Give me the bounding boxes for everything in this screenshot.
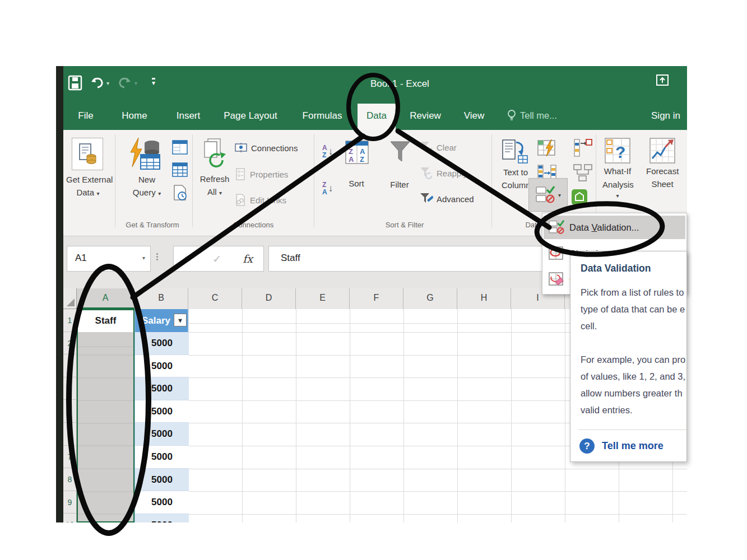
cell-b5[interactable]: 5000 xyxy=(135,400,189,423)
tab-formulas[interactable]: Formulas xyxy=(298,110,347,122)
lightbulb-icon xyxy=(507,109,516,122)
sort-descending-button[interactable]: ZA ↓ xyxy=(322,181,333,196)
cancel-icon[interactable]: × xyxy=(184,252,191,265)
group-label-get-transform: Get & Transform xyxy=(113,221,192,229)
column-header-h[interactable]: H xyxy=(457,288,511,309)
column-header-b[interactable]: B xyxy=(134,288,188,309)
column-header-d[interactable]: D xyxy=(242,288,296,309)
data-validation-button[interactable]: ▾ xyxy=(528,178,568,212)
row-header-6[interactable]: 6 xyxy=(63,423,77,446)
redo-dropdown-caret: ▾ xyxy=(134,80,137,86)
column-header-f[interactable]: F xyxy=(350,288,403,309)
redo-icon xyxy=(117,76,133,90)
group-separator xyxy=(192,134,193,227)
filter-caret-icon: ▾ xyxy=(178,316,182,324)
data-validation-icon xyxy=(535,186,555,204)
group-label-connections: Connections xyxy=(220,221,287,229)
what-if-analysis-button[interactable]: ? What-If Analysis ▾ xyxy=(602,138,634,200)
cell-b6[interactable]: 5000 xyxy=(135,423,189,446)
tab-data-active[interactable]: Data xyxy=(358,104,396,130)
formula-buttons-box: × ✓ fx xyxy=(173,246,264,272)
tell-me-more-link[interactable]: ? Tell me more xyxy=(579,438,664,454)
cell-b8[interactable]: 5000 xyxy=(135,469,189,492)
text-to-columns-icon xyxy=(502,139,531,165)
filter-dropdown-button[interactable]: ▾ xyxy=(174,314,187,326)
desktop-edge-strip xyxy=(56,66,63,522)
redo-button[interactable]: ▾ xyxy=(117,76,137,90)
cell-b1-table-header[interactable]: Salary ▾ xyxy=(135,309,188,332)
row-header-4[interactable]: 4 xyxy=(63,377,77,400)
name-box[interactable]: A1 ▾ xyxy=(67,246,151,272)
name-box-caret[interactable]: ▾ xyxy=(142,255,145,261)
refresh-all-button[interactable]: Refresh All ▾ xyxy=(199,138,233,197)
new-query-icon xyxy=(128,138,165,171)
column-header-g[interactable]: G xyxy=(403,288,457,309)
row-header-2[interactable]: 2 xyxy=(63,332,77,355)
tab-tell-me[interactable]: Tell me... xyxy=(507,109,557,122)
row-header-5[interactable]: 5 xyxy=(63,400,77,423)
screenshot-canvas: ▾ ▾ ▾ Book1 - Excel File xyxy=(0,0,747,560)
properties-button[interactable]: Properties xyxy=(235,168,288,180)
reapply-filter-button[interactable]: Reapply xyxy=(420,167,467,179)
flash-fill-icon[interactable] xyxy=(537,138,557,157)
manage-data-model-icon[interactable] xyxy=(570,188,588,206)
tooltip-paragraph-2: For example, you can pro of values, like… xyxy=(581,351,685,418)
column-header-a-selected[interactable]: A xyxy=(77,288,134,309)
enter-check-icon[interactable]: ✓ xyxy=(212,253,221,265)
row-header-7[interactable]: 7 xyxy=(63,446,77,469)
cell-b10[interactable]: 5000 xyxy=(135,514,189,522)
recent-sources-icon[interactable] xyxy=(173,185,188,202)
row-header-1[interactable]: 1 xyxy=(63,309,77,332)
relationships-icon[interactable] xyxy=(573,164,593,183)
undo-button[interactable]: ▾ xyxy=(89,76,109,90)
cell-b4[interactable]: 5000 xyxy=(135,377,189,400)
get-external-data-button[interactable]: Get External Data ▾ xyxy=(72,138,106,198)
reapply-filter-icon xyxy=(420,167,433,179)
advanced-filter-button[interactable]: Advanced xyxy=(420,193,474,205)
edit-links-button[interactable]: Edit Links xyxy=(235,194,286,206)
what-if-analysis-icon: ? xyxy=(605,138,634,164)
tab-file[interactable]: File xyxy=(70,110,101,122)
sort-az-icon: AZ xyxy=(322,144,327,159)
ribbon-display-options-icon xyxy=(656,73,669,87)
data-validation-tooltip: Data Validation Pick from a list of rule… xyxy=(570,251,687,462)
row-header-8[interactable]: 8 xyxy=(63,468,77,491)
remove-duplicates-icon[interactable] xyxy=(573,138,593,157)
ribbon-display-options-button[interactable] xyxy=(656,73,669,87)
window-title: Book1 - Excel xyxy=(370,78,429,90)
cell-b2[interactable]: 5000 xyxy=(135,332,189,355)
forecast-sheet-button[interactable]: Forecast Sheet xyxy=(646,138,680,188)
tab-view[interactable]: View xyxy=(459,110,489,122)
customize-quick-access-button[interactable]: ▾ xyxy=(152,77,155,87)
select-all-corner[interactable] xyxy=(63,288,77,309)
connections-button[interactable]: Connections xyxy=(235,142,298,153)
from-table-icon[interactable] xyxy=(172,162,188,177)
row-header-9[interactable]: 9 xyxy=(63,491,77,514)
save-button[interactable] xyxy=(68,75,82,91)
tab-insert[interactable]: Insert xyxy=(170,110,207,122)
sort-button[interactable]: Z A A Z Sort xyxy=(344,140,370,188)
menu-item-data-validation[interactable]: Data Validation... xyxy=(544,216,685,239)
cell-b7[interactable]: 5000 xyxy=(135,446,189,469)
row-header-3[interactable]: 3 xyxy=(63,354,77,377)
filter-button[interactable]: Filter xyxy=(387,140,413,189)
tab-review[interactable]: Review xyxy=(406,110,444,122)
cell-b3[interactable]: 5000 xyxy=(135,355,189,378)
column-header-e[interactable]: E xyxy=(296,288,350,309)
cell-b9[interactable]: 5000 xyxy=(135,491,189,514)
insert-function-icon[interactable]: fx xyxy=(243,253,253,265)
sign-in-link[interactable]: Sign in xyxy=(651,110,680,122)
sort-ascending-button[interactable]: AZ ↓ xyxy=(322,144,333,159)
text-to-columns-button[interactable]: Text to Columns xyxy=(502,139,531,189)
column-header-c[interactable]: C xyxy=(188,288,242,309)
clear-filter-button[interactable]: Clear xyxy=(420,141,457,153)
properties-icon xyxy=(235,168,246,180)
name-box-splitter[interactable] xyxy=(156,252,160,262)
show-queries-icon[interactable] xyxy=(172,140,188,155)
tab-page-layout[interactable]: Page Layout xyxy=(218,110,283,122)
row-header-10[interactable]: 10 xyxy=(63,514,77,522)
new-query-button[interactable]: New Query ▾ xyxy=(128,138,169,198)
data-validation-icon xyxy=(548,220,565,235)
svg-text:Z: Z xyxy=(349,147,353,156)
tab-home[interactable]: Home xyxy=(115,110,154,122)
